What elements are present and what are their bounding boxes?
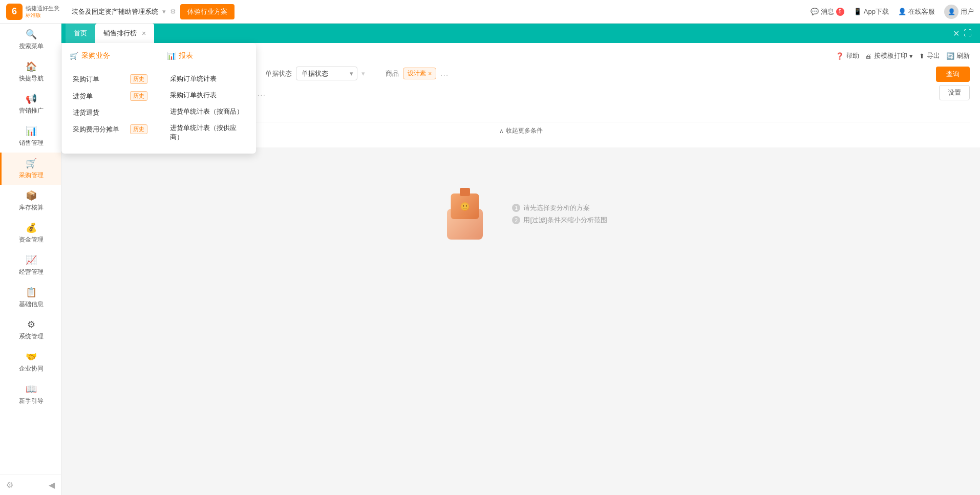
- empty-illustration: 😐: [434, 188, 496, 240]
- marketing-icon: 📢: [26, 93, 37, 104]
- tab-home-label: 首页: [74, 29, 87, 38]
- sidebar-item-label: 销售管理: [19, 139, 44, 147]
- goods-dots[interactable]: ...: [440, 70, 449, 77]
- query-buttons: 查询 设置: [936, 67, 970, 100]
- sidebar-item-enterprise[interactable]: 🤝 企业协同: [0, 346, 61, 378]
- menu-item-goods-by-product[interactable]: 进货单统计表（按商品）: [167, 103, 248, 120]
- menu-item-goods-by-supplier[interactable]: 进货单统计表（按供应商）: [167, 120, 248, 145]
- tip-num-2: 2: [512, 216, 520, 224]
- menu-item-po-summary[interactable]: 采购订单统计表: [167, 71, 248, 87]
- footer-collapse-icon[interactable]: ◀: [49, 480, 55, 490]
- bill-status-filter: 单据状态 单据状态 ▾: [265, 67, 365, 80]
- tip-label-1: 请先选择要分析的方案: [523, 203, 590, 212]
- window-resize-icon[interactable]: ⛶: [964, 29, 972, 38]
- tab-close-icon[interactable]: ×: [142, 29, 146, 37]
- sidebar-item-inventory[interactable]: 📦 库存核算: [0, 185, 61, 217]
- refresh-icon: 🔄: [946, 52, 954, 60]
- sidebar-item-label: 资金管理: [19, 235, 44, 244]
- setting-btn[interactable]: 设置: [939, 85, 970, 100]
- export-icon: ⬆: [919, 52, 925, 60]
- menu-item-purchase-cost[interactable]: 采购费用分摊单 历史: [70, 121, 151, 138]
- footer-settings-icon[interactable]: ⚙: [6, 480, 13, 490]
- report-section-title: 📊 报表: [167, 51, 248, 64]
- avatar: 👤: [944, 5, 958, 19]
- empty-state-inner: 😐 1 请先选择要分析的方案 2 用[过滤]条件来缩小分析范围: [434, 188, 607, 240]
- menu-item-label: 采购费用分摊单: [73, 125, 119, 134]
- report-section-label: 报表: [179, 51, 193, 60]
- message-label: 消息: [821, 7, 834, 16]
- sidebar-item-quick[interactable]: 🏠 快捷导航: [0, 56, 61, 88]
- purchase-dropdown-menu: 🛒 采购业务 采购订单 历史 进货单 历史 进货退货 采购费用分摊单 历史 📊 …: [61, 43, 256, 154]
- message-icon: 💬: [811, 8, 819, 15]
- funds-icon: 💰: [26, 222, 37, 233]
- empty-tip-1: 1 请先选择要分析的方案: [512, 203, 607, 212]
- online-service-label: 在线客服: [908, 7, 935, 16]
- sidebar-item-label: 搜索菜单: [19, 42, 44, 51]
- collapse-up-icon: ∧: [499, 127, 504, 135]
- export-item[interactable]: ⬆ 导出: [919, 51, 940, 60]
- export-label: 导出: [927, 51, 940, 60]
- industry-btn[interactable]: 体验行业方案: [180, 4, 235, 19]
- user-item[interactable]: 👤 用户: [944, 5, 974, 19]
- goods-filter: 商品 设计素 × ...: [386, 68, 449, 79]
- system-icon: ⚙: [27, 319, 35, 330]
- online-service-item[interactable]: 👤 在线客服: [898, 7, 935, 16]
- message-item[interactable]: 💬 消息 5: [811, 7, 844, 16]
- dropdown-arrow-icon[interactable]: ▾: [162, 8, 166, 15]
- print-icon: 🖨: [865, 52, 872, 60]
- goods-tag-remove[interactable]: ×: [428, 70, 432, 77]
- history-badge: 历史: [130, 74, 147, 84]
- tab-active-label: 销售排行榜: [103, 29, 137, 38]
- tab-sales-ranking[interactable]: 销售排行榜 ×: [95, 24, 154, 43]
- query-btn[interactable]: 查询: [936, 67, 970, 82]
- sidebar-item-operation[interactable]: 📈 经营管理: [0, 249, 61, 282]
- sidebar-item-sales[interactable]: 📊 销售管理: [0, 120, 61, 153]
- menu-item-label: 采购订单统计表: [170, 74, 217, 83]
- guide-icon: 📖: [26, 383, 37, 395]
- system-title-area: 装备及固定资产辅助管理系统 ▾ ⚙ 体验行业方案: [72, 4, 811, 19]
- purchase-section-label: 采购业务: [81, 51, 110, 60]
- history-badge: 历史: [130, 91, 147, 101]
- bill-status-select[interactable]: 单据状态: [296, 67, 357, 80]
- salesperson-dots[interactable]: ...: [258, 90, 266, 97]
- tab-home[interactable]: 首页: [66, 24, 95, 43]
- sidebar-item-label: 新手引导: [19, 397, 44, 405]
- sidebar-item-basic[interactable]: 📋 基础信息: [0, 282, 61, 314]
- menu-item-po-exec[interactable]: 采购订单执行表: [167, 87, 248, 103]
- sidebar-item-funds[interactable]: 💰 资金管理: [0, 217, 61, 249]
- home-icon: 🏠: [26, 61, 37, 72]
- sidebar-item-label: 营销推广: [19, 106, 44, 115]
- settings-gear-icon[interactable]: ⚙: [170, 8, 176, 15]
- menu-item-goods-return[interactable]: 进货退货: [70, 104, 151, 121]
- sidebar: 🔍 搜索菜单 🏠 快捷导航 📢 营销推广 📊 销售管理 🛒 采购管理 📦 库存核…: [0, 24, 61, 495]
- sidebar-item-purchase[interactable]: 🛒 采购管理: [0, 153, 61, 185]
- window-close-icon[interactable]: ✕: [953, 29, 960, 38]
- topbar-right: 💬 消息 5 📱 App下载 👤 在线客服 👤 用户: [811, 5, 974, 19]
- refresh-item[interactable]: 🔄 刷新: [946, 51, 970, 60]
- empty-state: 😐 1 请先选择要分析的方案 2 用[过滤]条件来缩小分析范围: [61, 147, 980, 281]
- sidebar-item-system[interactable]: ⚙ 系统管理: [0, 314, 61, 346]
- help-item[interactable]: ❓ 帮助: [836, 51, 859, 60]
- logo-icon: 6: [6, 4, 23, 20]
- sidebar-item-label: 库存核算: [19, 203, 44, 212]
- app-download-item[interactable]: 📱 App下载: [854, 7, 889, 16]
- history-badge: 历史: [130, 124, 147, 134]
- menu-item-label: 采购订单: [73, 75, 99, 84]
- menu-item-purchase-order[interactable]: 采购订单 历史: [70, 71, 151, 88]
- empty-tip-2: 2 用[过滤]条件来缩小分析范围: [512, 216, 607, 225]
- purchase-section-icon: 🛒: [70, 52, 78, 60]
- sidebar-item-label: 快捷导航: [19, 74, 44, 83]
- menu-item-label: 进货单统计表（按供应商）: [170, 123, 245, 142]
- sidebar-item-guide[interactable]: 📖 新手引导: [0, 378, 61, 411]
- menu-item-goods-received[interactable]: 进货单 历史: [70, 88, 151, 104]
- purchase-icon: 🛒: [26, 158, 37, 169]
- logo-text: 畅捷通好生意 标准版: [26, 5, 59, 18]
- purchase-section: 🛒 采购业务 采购订单 历史 进货单 历史 进货退货 采购费用分摊单 历史: [70, 51, 151, 145]
- menu-item-label: 进货单: [73, 92, 93, 101]
- sidebar-item-search[interactable]: 🔍 搜索菜单: [0, 24, 61, 56]
- print-item[interactable]: 🖨 按模板打印 ▾: [865, 51, 913, 60]
- search-icon: 🔍: [26, 29, 37, 40]
- goods-label: 商品: [386, 69, 399, 78]
- report-section-icon: 📊: [167, 52, 176, 60]
- sidebar-item-marketing[interactable]: 📢 营销推广: [0, 88, 61, 120]
